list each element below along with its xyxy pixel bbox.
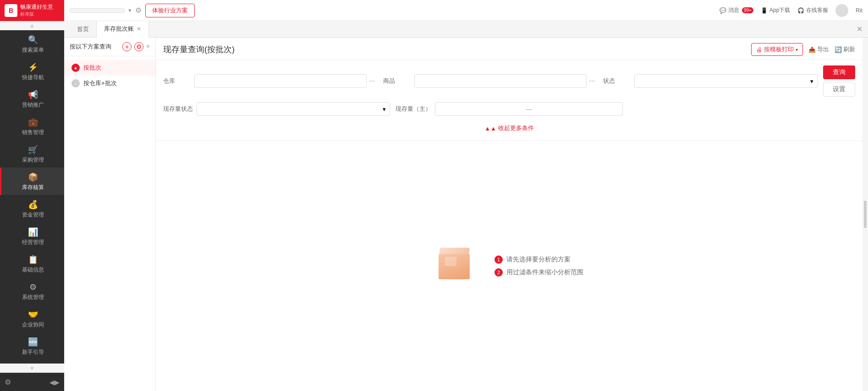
inventory-icon: 📦 — [28, 172, 38, 182]
collapse-icon: ▲▲ — [484, 125, 496, 132]
sidebar-item-shortcuts[interactable]: ⚡ 快捷导航 — [0, 58, 64, 85]
trial-btn[interactable]: 体验行业方案 — [145, 4, 195, 17]
warehouse-more-btn[interactable]: ··· — [367, 76, 378, 87]
breadcrumb-input[interactable] — [70, 8, 125, 13]
message-icon: 💬 — [720, 7, 726, 14]
sidebar-scroll-up[interactable]: ▲ — [0, 21, 64, 30]
system-icon: ⚙ — [29, 282, 37, 292]
setting-btn[interactable]: 设置 — [823, 82, 855, 97]
sidebar-item-label: 经营管理 — [22, 239, 44, 246]
purchase-icon: 🛒 — [28, 145, 38, 155]
filter-area: 仓库 ··· 商品 ··· 状态 ▾ — [156, 60, 863, 141]
status-label: 状态 — [603, 77, 631, 85]
print-dropdown-icon[interactable]: ▾ — [796, 47, 798, 52]
sidebar-item-inventory[interactable]: 📦 库存核算 — [0, 168, 64, 195]
inventory-status-label: 现存量状态 — [163, 105, 193, 113]
collapse-more-btn[interactable]: ▲▲ 收起更多条件 — [163, 121, 855, 135]
topbar: ▾ ⚙ 体验行业方案 💬 消息 99+ 📱 App下载 🎧 在线客服 Rit — [64, 0, 868, 21]
step-1-num: 1 — [494, 255, 503, 264]
sidebar-item-business[interactable]: 📊 经营管理 — [0, 223, 64, 250]
collapse-panel-btn[interactable]: « — [146, 42, 150, 51]
sidebar-scroll-down[interactable]: ▼ — [0, 364, 64, 373]
page-header-actions: 🖨 按模板打印 ▾ 📤 导出 🔄 刷新 — [751, 43, 855, 56]
scheme-item-warehouse-batch[interactable]: ○ 按仓库+批次 — [64, 76, 155, 91]
product-label: 商品 — [383, 77, 411, 85]
sidebar-item-basic[interactable]: 📋 基础信息 — [0, 250, 64, 277]
guide-icon: 🆕 — [28, 337, 38, 347]
sidebar-item-label: 基础信息 — [22, 266, 44, 274]
scrollbar-thumb[interactable] — [864, 201, 867, 228]
sidebar-item-label: 搜索菜单 — [22, 46, 44, 54]
status-field: 状态 ▾ — [603, 74, 818, 88]
status-dropdown-icon: ▾ — [810, 78, 813, 85]
messages-badge: 99+ — [742, 7, 753, 13]
empty-illustration — [435, 243, 481, 289]
refresh-btn[interactable]: 🔄 刷新 — [835, 45, 855, 54]
sidebar-item-guide[interactable]: 🆕 新手引导 — [0, 332, 64, 360]
empty-state: 1 请先选择要分析的方案 2 用过滤条件来缩小分析范围 — [156, 141, 863, 391]
sidebar-item-collaboration[interactable]: 🤝 企业协同 — [0, 305, 64, 332]
online-service-btn[interactable]: 🎧 在线客服 — [797, 6, 828, 14]
sidebar-item-label: 企业协同 — [22, 321, 44, 329]
main-area: ▾ ⚙ 体验行业方案 💬 消息 99+ 📱 App下载 🎧 在线客服 Rit — [64, 0, 868, 391]
sidebar-item-marketing[interactable]: 📢 营销推广 — [0, 85, 64, 113]
inventory-status-select[interactable]: ▾ — [197, 102, 390, 116]
inventory-qty-field: 现存量（主） — — [396, 102, 622, 116]
filter-row-1: 仓库 ··· 商品 ··· 状态 ▾ — [163, 65, 855, 97]
right-scrollbar[interactable] — [863, 38, 868, 391]
tab-inventory-batch[interactable]: 库存批次账 ✕ — [97, 21, 149, 38]
product-field: 商品 ··· — [383, 74, 598, 88]
scheme-item-batch[interactable]: ● 按批次 — [64, 60, 155, 76]
tab-panel-close-btn[interactable]: ✕ — [857, 25, 868, 33]
export-icon: 📤 — [808, 46, 816, 53]
tab-home-label: 首页 — [77, 25, 89, 33]
inventory-qty-label: 现存量（主） — [396, 105, 431, 113]
sidebar-item-finance[interactable]: 💰 资金管理 — [0, 195, 64, 223]
tab-home[interactable]: 首页 — [70, 21, 97, 38]
topbar-gear-icon[interactable]: ⚙ — [135, 6, 142, 15]
left-panel-header: 按以下方案查询 + ⚙ « — [64, 38, 155, 56]
filter-row-2: 现存量状态 ▾ 现存量（主） — — [163, 102, 855, 116]
export-btn[interactable]: 📤 导出 — [808, 45, 829, 54]
finance-icon: 💰 — [28, 200, 38, 210]
download-icon: 📱 — [761, 7, 768, 14]
product-input[interactable] — [414, 74, 587, 88]
user-avatar[interactable] — [835, 4, 848, 17]
warehouse-input[interactable] — [194, 74, 367, 88]
sidebar-item-purchase[interactable]: 🛒 采购管理 — [0, 140, 64, 168]
sidebar-item-label: 资金管理 — [22, 211, 44, 219]
add-scheme-btn[interactable]: + — [122, 42, 132, 51]
business-icon: 📊 — [28, 227, 38, 237]
print-btn[interactable]: 🖨 按模板打印 ▾ — [751, 43, 803, 56]
topbar-left: ▾ ⚙ 体验行业方案 — [70, 4, 716, 17]
app-download-btn[interactable]: 📱 App下载 — [761, 6, 790, 14]
search-nav-icon: 🔍 — [28, 35, 38, 45]
sidebar-item-sales[interactable]: 💼 销售管理 — [0, 113, 64, 140]
sidebar-footer: ⚙ ◀▶ — [0, 373, 64, 391]
left-panel-title: 按以下方案查询 — [70, 43, 111, 51]
inventory-qty-range[interactable]: — — [435, 102, 622, 116]
sidebar-item-system[interactable]: ⚙ 系统管理 — [0, 277, 64, 305]
query-btn[interactable]: 查询 — [823, 65, 855, 79]
sidebar-item-appstore[interactable]: 📱 应用中心 — [0, 360, 64, 364]
product-more-btn[interactable]: ··· — [587, 76, 598, 87]
content-area: 按以下方案查询 + ⚙ « ● 按批次 ○ 按仓库+批次 — [64, 38, 868, 391]
sidebar-item-label: 库存核算 — [22, 184, 44, 191]
sidebar-item-label: 采购管理 — [22, 156, 44, 164]
sidebar-item-search[interactable]: 🔍 搜索菜单 — [0, 30, 64, 58]
basic-info-icon: 📋 — [28, 255, 38, 265]
marketing-icon: 📢 — [28, 90, 38, 100]
refresh-icon: 🔄 — [835, 46, 842, 53]
messages-btn[interactable]: 💬 消息 99+ — [720, 6, 753, 14]
warehouse-field: 仓库 ··· — [163, 74, 378, 88]
sidebar-collapse-btn[interactable]: ◀▶ — [49, 379, 60, 386]
username-label: Rit — [856, 7, 863, 14]
inv-status-dropdown-icon: ▾ — [383, 106, 386, 113]
print-icon: 🖨 — [756, 46, 762, 53]
breadcrumb-dropdown-icon[interactable]: ▾ — [128, 7, 132, 14]
tab-close-icon[interactable]: ✕ — [137, 26, 141, 32]
status-select[interactable]: ▾ — [634, 74, 818, 88]
scheme-setting-btn[interactable]: ⚙ — [134, 42, 143, 51]
sidebar-settings-icon[interactable]: ⚙ — [5, 378, 11, 386]
step-2-num: 2 — [494, 268, 503, 277]
